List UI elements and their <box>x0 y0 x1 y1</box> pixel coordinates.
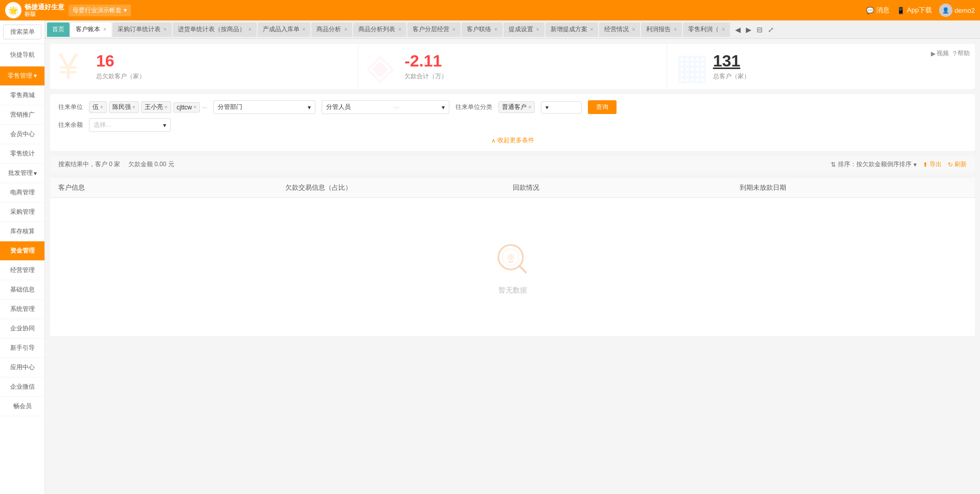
stat-card-debt: ◈ -2.11 欠款合计（万） <box>358 44 667 89</box>
tab-close-icon[interactable]: × <box>248 27 252 32</box>
sidebar-item-inventory[interactable]: 库存核算 <box>0 222 44 241</box>
sidebar-item-enterprise[interactable]: 企业协同 <box>0 319 44 339</box>
app-download-btn[interactable]: 📱 App下载 <box>897 6 932 15</box>
top-bar-right: 💬 消息 📱 App下载 👤 demo2 <box>866 4 975 17</box>
sidebar-item-member-center[interactable]: 会员中心 <box>0 125 44 144</box>
tab-label: 采购订单统计表 <box>118 25 161 34</box>
dept-select[interactable]: 分管部门 ▾ <box>213 100 315 114</box>
sidebar-item-label: 应用中心 <box>10 364 35 371</box>
sidebar-item-retail-stats[interactable]: 零售统计 <box>0 144 44 164</box>
sidebar-item-retail-manage[interactable]: 零售管理 ▾ <box>0 66 44 86</box>
help-btn[interactable]: ? 帮助 <box>953 49 970 58</box>
results-info: 搜索结果中，客户 0 家 欠款金额 0.00 元 <box>58 160 174 169</box>
tab-product-analysis-list[interactable]: 商品分析列表 × <box>353 23 406 37</box>
category-filter-label: 往来单位分类 <box>455 103 492 111</box>
tab-home[interactable]: 首页 <box>47 23 70 37</box>
tab-customer-contact[interactable]: 客户联络 × <box>462 23 503 37</box>
tab-label: 利润报告 <box>646 25 671 34</box>
sidebar-item-basic-info[interactable]: 基础信息 <box>0 280 44 300</box>
tag-value: 普通客户 <box>502 103 527 111</box>
refresh-btn[interactable]: ↻ 刷新 <box>948 160 967 169</box>
tab-prev-btn[interactable]: ◀ <box>733 25 743 35</box>
tab-retail-profit[interactable]: 零售利润（ × <box>683 23 730 37</box>
app-wrapper: 🌟 畅捷通好生意 标版 母婴行业演示帐套 ▾ 💬 消息 📱 App下载 � <box>0 0 980 494</box>
tab-inbound-stats[interactable]: 进货单统计表（按商品） × <box>173 23 257 37</box>
tag-remove-icon[interactable]: × <box>165 104 168 110</box>
tab-close-icon[interactable]: × <box>344 27 347 32</box>
sidebar-item-operations[interactable]: 经营管理 <box>0 261 44 280</box>
tab-close-icon[interactable]: × <box>590 27 594 32</box>
tab-close-icon[interactable]: × <box>452 27 455 32</box>
sidebar-item-retail-mall[interactable]: 零售商城 <box>0 86 44 105</box>
sidebar-item-batch-manage[interactable]: 批发管理 ▾ <box>0 164 44 183</box>
sidebar-item-newbie[interactable]: 新手引导 <box>0 339 44 358</box>
category-select[interactable]: ▾ <box>541 101 582 114</box>
tab-menu-btn[interactable]: ⊟ <box>755 25 765 35</box>
tag-remove-icon[interactable]: × <box>132 104 135 110</box>
tab-customer-accounts[interactable]: 客户账本 × <box>71 23 111 37</box>
tag-remove-icon[interactable]: × <box>528 104 531 110</box>
export-btn[interactable]: ⬆ 导出 <box>923 160 942 169</box>
sidebar-item-finance[interactable]: 资金管理 <box>0 241 44 261</box>
sidebar-item-ecommerce[interactable]: 电商管理 <box>0 183 44 203</box>
result-amount-value: 0.00 <box>154 161 166 168</box>
message-btn[interactable]: 💬 消息 <box>866 6 890 15</box>
tab-close-icon[interactable]: × <box>398 27 401 32</box>
help-label: 帮助 <box>958 49 970 58</box>
tab-close-icon[interactable]: × <box>494 27 497 32</box>
stat-card-total-customers: ▦ 131 总客户（家） ▶ 视频 ? 帮助 <box>667 44 975 89</box>
quick-nav-area: 快捷导航 <box>0 44 44 66</box>
sort-select[interactable]: ⇅ 排序：按欠款金额倒序排序 ▾ <box>831 160 917 169</box>
tab-close-icon[interactable]: × <box>103 27 106 32</box>
table-header: 客户信息 欠款交易信息（占比） 回款情况 到期未放款日期 <box>50 178 975 198</box>
tag-remove-icon[interactable]: × <box>100 104 103 110</box>
content-area: 首页 客户账本 × 采购订单统计表 × 进货单统计表（按商品） × 产成品入库单… <box>45 20 980 494</box>
unit-filter-tags: 伍 × 陈民强 × 王小亮 × <box>89 101 207 113</box>
tab-fullscreen-btn[interactable]: ⤢ <box>766 25 776 35</box>
sidebar: 搜索菜单 快捷导航 零售管理 ▾ 零售商城 营销推广 会员中心 零售统计 批 <box>0 20 45 494</box>
tab-product-analysis[interactable]: 商品分析 × <box>311 23 352 37</box>
search-menu-btn[interactable]: 搜索菜单 <box>3 25 41 39</box>
tab-add-improvement[interactable]: 新增提成方案 × <box>545 23 599 37</box>
tab-next-btn[interactable]: ▶ <box>744 25 754 35</box>
tab-label: 经营情况 <box>604 25 629 34</box>
filter-more-btn[interactable]: ··· <box>202 104 207 111</box>
balance-placeholder: 选择... <box>94 121 111 129</box>
sidebar-item-purchase[interactable]: 采购管理 <box>0 203 44 222</box>
sort-icon: ⇅ <box>831 161 836 168</box>
play-icon: ▶ <box>931 50 936 57</box>
tab-label: 客户账本 <box>76 25 100 34</box>
stat-info-debt: -2.11 欠款合计（万） <box>369 52 656 81</box>
svg-point-2 <box>507 254 514 261</box>
tab-customer-segment[interactable]: 客户分层经营 × <box>407 23 461 37</box>
sidebar-item-member-vip[interactable]: 畅会员 <box>0 397 44 416</box>
tab-improvement-settings[interactable]: 提成设置 × <box>504 23 544 37</box>
tab-close-icon[interactable]: × <box>536 27 539 32</box>
tab-close-icon[interactable]: × <box>674 27 677 32</box>
tab-product-inbound[interactable]: 产成品入库单 × <box>258 23 311 37</box>
tab-purchase-orders[interactable]: 采购订单统计表 × <box>112 23 172 37</box>
sidebar-item-enterprise-wechat[interactable]: 企业微信 <box>0 377 44 397</box>
person-select[interactable]: 分管人员 ··· ▾ <box>322 100 449 114</box>
workspace-dropdown[interactable]: 母婴行业演示帐套 ▾ <box>69 5 131 16</box>
logo-line1: 畅捷通好生意 <box>25 3 64 11</box>
sidebar-item-marketing[interactable]: 营销推广 <box>0 105 44 125</box>
video-btn[interactable]: ▶ 视频 <box>931 49 949 58</box>
collapse-btn[interactable]: ∧ 收起更多条件 <box>58 136 967 145</box>
sidebar-item-app-center[interactable]: 应用中心 <box>0 358 44 377</box>
tab-close-icon[interactable]: × <box>722 27 725 32</box>
tag-remove-icon[interactable]: × <box>194 104 197 110</box>
filter-tag-3: 王小亮 × <box>141 101 171 113</box>
tab-close-icon[interactable]: × <box>632 27 635 32</box>
balance-select[interactable]: 选择... ▾ <box>89 118 171 132</box>
tab-profit-report[interactable]: 利润报告 × <box>641 23 682 37</box>
ellipsis: ··· <box>394 104 399 111</box>
query-button[interactable]: 查询 <box>588 100 617 114</box>
quick-nav-btn[interactable]: 快捷导航 <box>3 48 41 62</box>
tab-close-icon[interactable]: × <box>164 27 167 32</box>
tab-close-icon[interactable]: × <box>303 27 306 32</box>
sidebar-item-system[interactable]: 系统管理 <box>0 300 44 319</box>
user-avatar-area[interactable]: 👤 demo2 <box>939 4 975 17</box>
tab-label: 商品分析 <box>316 25 341 34</box>
tab-operations-status[interactable]: 经营情况 × <box>599 23 640 37</box>
